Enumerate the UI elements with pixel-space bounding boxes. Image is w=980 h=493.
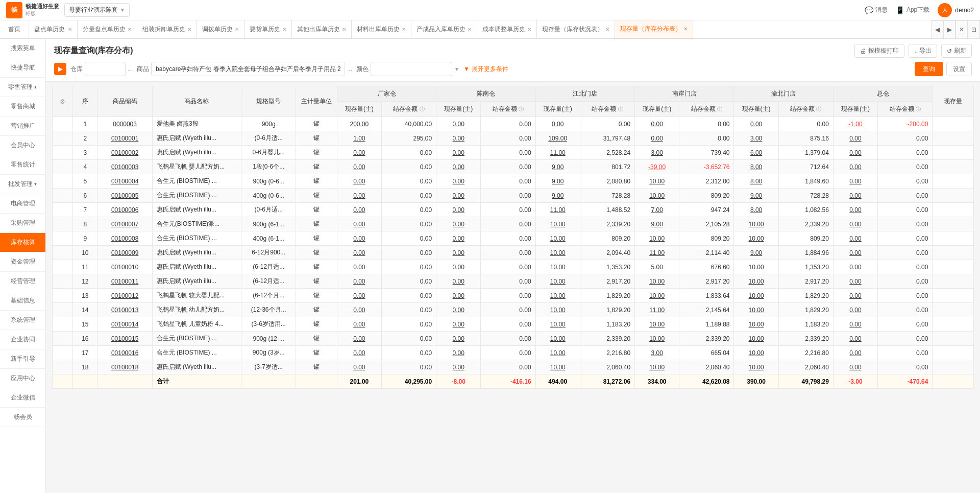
settings-btn[interactable]: 设置 bbox=[946, 62, 972, 76]
sidebar-item-ecommerce[interactable]: 电商管理 bbox=[0, 194, 45, 214]
user-profile[interactable]: 人 demo2 bbox=[938, 3, 974, 17]
table-row: 12 00100011 惠氏启赋 (Wyeth illu... (6-12月适.… bbox=[53, 274, 974, 289]
tab-bar-controls: ◀ ▶ ✕ ⊡ bbox=[931, 20, 980, 39]
tab-diaobo-history[interactable]: 调拨单历史 ✕ bbox=[197, 20, 244, 39]
sidebar-item-vip[interactable]: 畅会员 bbox=[0, 408, 45, 427]
col-num: 序 bbox=[73, 86, 97, 117]
sidebar-item-retail-mgmt[interactable]: 零售管理▲ bbox=[0, 78, 45, 97]
print-btn[interactable]: 🖨 按模板打印 bbox=[854, 44, 904, 58]
sidebar-item-wholesale[interactable]: 批发管理▼ bbox=[0, 175, 45, 194]
color-input[interactable] bbox=[371, 62, 452, 76]
table-row: 4 00100003 飞鹤星飞帆 婴儿配方奶... 1段(0-6个... 罐 0… bbox=[53, 160, 974, 174]
sidebar-item-retail-mall[interactable]: 零售商城 bbox=[0, 97, 45, 116]
sidebar-item-corp-wechat[interactable]: 企业微信 bbox=[0, 388, 45, 408]
color-filter: 颜色 ▼ bbox=[356, 62, 459, 76]
sidebar-item-operations[interactable]: 经营管理 bbox=[0, 272, 45, 291]
col-jiangbei-amount: 结存金额 ⓘ bbox=[580, 102, 634, 117]
table-container: ⚙ 序 商品编码 商品名称 规格型号 主计量单位 厂家仓 陈南仓 江北门店 南岸… bbox=[46, 82, 980, 493]
tab-pandian-history[interactable]: 盘点单历史 ✕ bbox=[29, 20, 78, 39]
col-chennan-amount: 结存金额 ⓘ bbox=[481, 102, 535, 117]
sidebar-item-inventory[interactable]: 库存核算 bbox=[0, 233, 45, 252]
tab-close-icon[interactable]: ✕ bbox=[68, 27, 72, 32]
col-yubeimen-stock: 现存量(主) bbox=[734, 102, 778, 117]
filter-toggle-btn[interactable]: ▶ bbox=[54, 63, 66, 75]
color-label: 颜色 bbox=[356, 65, 369, 74]
warehouse-dots-btn[interactable]: ... bbox=[128, 65, 133, 73]
goods-dots-btn[interactable]: ... bbox=[347, 65, 352, 73]
col-yubeimen-amount: 结存金额 ⓘ bbox=[778, 102, 833, 117]
goods-input[interactable] bbox=[151, 62, 345, 76]
sidebar: 搜索英单 快捷导航 零售管理▲ 零售商城 营销推广 会员中心 零售统计 批发管理… bbox=[0, 39, 46, 493]
sidebar-item-basic-info[interactable]: 基础信息 bbox=[0, 291, 45, 311]
table-row: 14 00100013 飞鹤星飞帆 幼儿配方奶... (12-36个月... 罐… bbox=[53, 303, 974, 317]
col-factory-amount: 结存金额 ⓘ bbox=[381, 102, 436, 117]
sidebar-item-purchase[interactable]: 采购管理 bbox=[0, 214, 45, 233]
tab-home[interactable]: 首页 bbox=[0, 20, 29, 39]
page-title: 现存量查询(库存分布) bbox=[54, 45, 133, 56]
sidebar-item-marketing[interactable]: 营销推广 bbox=[0, 116, 45, 136]
tab-close-icon[interactable]: ✕ bbox=[527, 27, 531, 32]
sidebar-item-member[interactable]: 会员中心 bbox=[0, 136, 45, 155]
col-chennan-header: 陈南仓 bbox=[436, 86, 535, 102]
table-row: 11 00100010 惠氏启赋 (Wyeth illu... (6-12月适.… bbox=[53, 260, 974, 274]
tab-prev-btn[interactable]: ◀ bbox=[931, 20, 943, 39]
chevron-up-icon: ▲ bbox=[34, 85, 38, 89]
tab-chengben-tiaozheng[interactable]: 成本调整单历史 ✕ bbox=[477, 20, 537, 39]
tab-zuzhechaishu[interactable]: 组装拆卸单历史 ✕ bbox=[137, 20, 197, 39]
logo-text: 畅捷通好生意 标版 bbox=[26, 3, 59, 17]
tab-close-all-btn[interactable]: ✕ bbox=[955, 20, 968, 39]
goods-filter: 商品 ... bbox=[137, 62, 352, 76]
tab-close-icon[interactable]: ✕ bbox=[187, 27, 191, 32]
col-gear[interactable]: ⚙ bbox=[53, 86, 73, 117]
tab-qita-chuku[interactable]: 其他出库单历史 ✕ bbox=[292, 20, 352, 39]
table-row: 10 00100009 惠氏启赋 (Wyeth illu... 6-12月900… bbox=[53, 246, 974, 260]
sidebar-item-finance[interactable]: 资金管理 bbox=[0, 252, 45, 272]
export-icon: ↓ bbox=[914, 48, 917, 55]
refresh-btn[interactable]: ↺ 刷新 bbox=[941, 44, 972, 58]
col-unit: 主计量单位 bbox=[296, 86, 337, 117]
tab-close-icon[interactable]: ✕ bbox=[402, 27, 406, 32]
sidebar-item-corp-collab[interactable]: 企业协同 bbox=[0, 330, 45, 349]
content-area: 现存量查询(库存分布) 🖨 按模板打印 ↓ 导出 ↺ 刷新 bbox=[46, 39, 980, 493]
data-table: ⚙ 序 商品编码 商品名称 规格型号 主计量单位 厂家仓 陈南仓 江北门店 南岸… bbox=[52, 86, 974, 389]
tab-close-icon[interactable]: ✕ bbox=[342, 27, 346, 32]
sidebar-item-retail-stats[interactable]: 零售统计 bbox=[0, 155, 45, 175]
message-icon: 💬 bbox=[865, 6, 873, 14]
messages-btn[interactable]: 💬 消息 bbox=[865, 6, 888, 14]
tab-xiancunliang-dist[interactable]: 现存量（库存分布表） ✕ bbox=[615, 20, 693, 39]
tab-close-icon[interactable]: ✕ bbox=[683, 26, 688, 32]
mobile-icon: 📱 bbox=[896, 6, 904, 14]
table-row: 7 00100006 惠氏启赋 (Wyeth illu... (0-6月适...… bbox=[53, 203, 974, 217]
table-row: 16 00100015 合生元 (BIOSTIME) ... 900g (12-… bbox=[53, 332, 974, 346]
export-btn[interactable]: ↓ 导出 bbox=[909, 44, 937, 58]
warehouse-input[interactable] bbox=[85, 62, 126, 76]
tab-close-icon[interactable]: ✕ bbox=[605, 27, 609, 32]
sidebar-item-system[interactable]: 系统管理 bbox=[0, 311, 45, 330]
tab-xiancunliang-status[interactable]: 现存量（库存状况表） ✕ bbox=[537, 20, 615, 39]
tab-close-icon[interactable]: ✕ bbox=[235, 27, 239, 32]
table-row: 2 00100001 惠氏启赋 (Wyeth illu... (0-6月适...… bbox=[53, 131, 974, 146]
tab-yaohuo-history[interactable]: 要货单历史 ✕ bbox=[244, 20, 292, 39]
expand-more-btn[interactable]: ▼ 展开更多条件 bbox=[463, 65, 508, 74]
tab-next-btn[interactable]: ▶ bbox=[943, 20, 955, 39]
tab-close-icon[interactable]: ✕ bbox=[128, 27, 132, 32]
sidebar-item-search[interactable]: 搜索英单 bbox=[0, 39, 45, 58]
app-download-btn[interactable]: 📱 App下载 bbox=[896, 6, 929, 14]
tab-fenliang-history[interactable]: 分量盘点单历史 ✕ bbox=[78, 20, 137, 39]
tab-cailiao-chuku[interactable]: 材料出库单历史 ✕ bbox=[352, 20, 411, 39]
summary-row: 合计 201.00 40,295.00 -8.00 -416.16 494.00… bbox=[53, 374, 974, 389]
tab-close-icon[interactable]: ✕ bbox=[282, 27, 286, 32]
sidebar-item-app-center[interactable]: 应用中心 bbox=[0, 369, 45, 388]
industry-selector[interactable]: 母婴行业演示陈套 ▼ bbox=[64, 3, 130, 17]
col-yubeimen-header: 渝北门店 bbox=[734, 86, 833, 102]
tab-close-icon[interactable]: ✕ bbox=[468, 27, 472, 32]
col-total-header: 总仓 bbox=[833, 86, 932, 102]
tab-bar: 首页 盘点单历史 ✕ 分量盘点单历史 ✕ 组装拆卸单历史 ✕ 调拨单历史 ✕ 要… bbox=[0, 20, 980, 39]
tab-expand-btn[interactable]: ⊡ bbox=[968, 20, 980, 39]
sidebar-item-guide[interactable]: 新手引导 bbox=[0, 349, 45, 369]
query-btn[interactable]: 查询 bbox=[915, 62, 943, 76]
col-jiangbei-stock: 现存量(主) bbox=[535, 102, 580, 117]
chevron-down-icon: ▼ bbox=[120, 7, 125, 13]
tab-chanpin-ruku[interactable]: 产成品入库单历史 ✕ bbox=[411, 20, 477, 39]
sidebar-item-quicknav[interactable]: 快捷导航 bbox=[0, 58, 45, 78]
